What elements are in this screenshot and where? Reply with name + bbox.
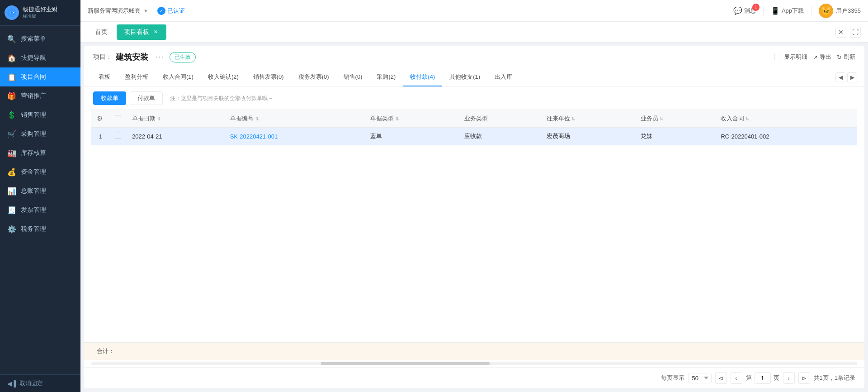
column-settings-icon[interactable]: ⚙ <box>97 115 103 122</box>
topbar-right: 💬 消息 1 📱 App下载 🐱 用户3355 <box>733 4 861 18</box>
sidebar-item-label-quick-nav: 快捷导航 <box>21 54 46 62</box>
topbar: 新服务官网演示账套 ▼ ✓ 已认证 💬 消息 1 📱 App下载 🐱 用户 <box>80 0 868 22</box>
sort-type-icon[interactable]: ⇅ <box>395 116 399 121</box>
invoice-mgmt-icon: 🧾 <box>7 206 16 215</box>
per-page-select[interactable]: 50 10 20 100 <box>688 373 712 383</box>
sidebar-item-project-contract[interactable]: 📋 项目合同 <box>0 67 80 86</box>
refresh-icon: ↻ <box>837 54 842 61</box>
sidebar-item-inventory[interactable]: 🏭 库存核算 <box>0 143 80 163</box>
subtab-other-expenses[interactable]: 其他收支(1) <box>442 68 487 86</box>
subtab-receipt[interactable]: 收付款(4) <box>403 68 442 86</box>
message-badge: 1 <box>752 4 760 11</box>
message-button[interactable]: 💬 消息 1 <box>733 6 756 15</box>
maximize-window-button[interactable]: ⛶ <box>850 27 861 38</box>
sidebar-item-label-inventory: 库存核算 <box>21 149 46 157</box>
sort-date-icon[interactable]: ⇅ <box>157 116 160 121</box>
sidebar-menu: 🔍 搜索菜单 🏠 快捷导航 📋 项目合同 🎁 营销推广 💲 销售管理 🛒 采购管… <box>0 26 80 374</box>
row-number: SK-20220421-001 <box>225 128 365 145</box>
sidebar-header: 畅捷通好业财 标准版 <box>0 0 80 26</box>
row-checkbox-0[interactable] <box>115 133 121 139</box>
page-input[interactable] <box>755 372 771 384</box>
refresh-button[interactable]: ↻ 刷新 <box>837 53 855 61</box>
col-income-contract: 收入合同⇅ <box>715 110 857 128</box>
sidebar-item-ledger[interactable]: 📊 总账管理 <box>0 182 80 201</box>
page-suffix: 页 <box>774 374 779 382</box>
col-partner: 往来单位⇅ <box>541 110 635 128</box>
subtab-nav: ◀ ▶ <box>835 72 857 82</box>
tax-mgmt-icon: ⚙️ <box>7 225 16 234</box>
col-date: 单据日期⇅ <box>127 110 225 128</box>
col-settings: ⚙ <box>91 110 109 128</box>
refresh-label: 刷新 <box>844 53 855 61</box>
sort-salesperson-icon[interactable]: ⇅ <box>660 116 663 121</box>
export-button[interactable]: ↗ 导出 <box>813 53 831 61</box>
pagination: 每页显示 50 10 20 100 ⊲ ‹ 第 页 › ⊳ 共1页，1条记录 <box>84 367 864 388</box>
tabbar: 首页 项目看板 ✕ ✕ ⛶ <box>80 22 868 43</box>
project-status-badge: 已生效 <box>170 52 196 62</box>
subtab-profit-analysis[interactable]: 盈利分析 <box>118 68 156 86</box>
subtab-in-out-storage[interactable]: 出入库 <box>487 68 519 86</box>
scrollbar-thumb[interactable] <box>321 362 490 365</box>
first-page-button[interactable]: ⊲ <box>715 372 727 384</box>
tab-close-icon[interactable]: ✕ <box>152 29 159 36</box>
sidebar-item-tax-mgmt[interactable]: ⚙️ 税务管理 <box>0 220 80 239</box>
sidebar-item-marketing[interactable]: 🎁 营销推广 <box>0 86 80 105</box>
export-icon: ↗ <box>813 54 818 61</box>
sort-number-icon[interactable]: ⇅ <box>255 116 259 121</box>
next-page-button[interactable]: › <box>783 372 795 384</box>
col-number: 单据编号⇅ <box>225 110 365 128</box>
app-download-button[interactable]: 📱 App下载 <box>771 6 804 15</box>
sidebar-item-sales-mgmt[interactable]: 💲 销售管理 <box>0 105 80 124</box>
marketing-icon: 🎁 <box>7 91 16 100</box>
app-logo <box>5 5 19 20</box>
total-info: 共1页，1条记录 <box>814 374 855 382</box>
detail-checkbox[interactable] <box>774 54 780 60</box>
receipt-bill-tab[interactable]: 收款单 <box>93 91 126 105</box>
subtabs: 看板 盈利分析 收入合同(1) 收入确认(2) 销售发票(0) 税务发票(0) … <box>84 68 864 87</box>
subtab-prev-button[interactable]: ◀ <box>835 72 845 82</box>
account-selector[interactable]: 新服务官网演示账套 ▼ <box>88 7 148 15</box>
quick-nav-icon: 🏠 <box>7 53 16 62</box>
sort-contract-icon[interactable]: ⇅ <box>745 116 749 121</box>
sort-partner-icon[interactable]: ⇅ <box>571 116 575 121</box>
subtab-tax-invoice[interactable]: 税务发票(0) <box>291 68 336 86</box>
app-download-label: App下载 <box>782 7 804 15</box>
sidebar-item-quick-nav[interactable]: 🏠 快捷导航 <box>0 48 80 67</box>
sidebar-item-finance[interactable]: 💰 资金管理 <box>0 163 80 182</box>
subtab-income-contract[interactable]: 收入合同(1) <box>156 68 201 86</box>
subtab-income-confirm[interactable]: 收入确认(2) <box>201 68 246 86</box>
sidebar-item-purchase-mgmt[interactable]: 🛒 采购管理 <box>0 124 80 143</box>
row-date: 2022-04-21 <box>127 128 225 145</box>
export-label: 导出 <box>820 53 831 61</box>
select-all-checkbox[interactable] <box>115 115 121 121</box>
divider <box>763 6 764 15</box>
finance-icon: 💰 <box>7 167 16 177</box>
row-biz-type: 应收款 <box>459 128 541 145</box>
table-row[interactable]: 1 2022-04-21 SK-20220421-001 蓝单 应收款 宏茂商场… <box>91 128 857 145</box>
subtab-purchase[interactable]: 采购(2) <box>369 68 403 86</box>
tab-controls: ✕ ⛶ <box>835 27 861 38</box>
row-salesperson: 龙妹 <box>635 128 715 145</box>
row-number-link[interactable]: SK-20220421-001 <box>230 133 278 140</box>
total-row: 合计： <box>84 342 864 360</box>
sidebar-item-search[interactable]: 🔍 搜索菜单 <box>0 29 80 48</box>
sidebar-item-invoice-mgmt[interactable]: 🧾 发票管理 <box>0 201 80 220</box>
horizontal-scrollbar[interactable] <box>84 360 864 367</box>
row-index: 1 <box>91 128 109 145</box>
account-name: 新服务官网演示账套 <box>88 7 141 15</box>
close-window-button[interactable]: ✕ <box>835 27 846 38</box>
sidebar-item-label-marketing: 营销推广 <box>21 92 46 100</box>
last-page-button[interactable]: ⊳ <box>798 372 810 384</box>
subtab-kanban[interactable]: 看板 <box>91 68 118 86</box>
tab-project-board[interactable]: 项目看板 ✕ <box>117 24 166 40</box>
more-actions-button[interactable]: ··· <box>156 53 164 61</box>
prev-page-button[interactable]: ‹ <box>731 372 742 384</box>
subtab-sales[interactable]: 销售(0) <box>336 68 370 86</box>
user-menu-button[interactable]: 🐱 用户3355 <box>819 4 861 18</box>
tab-home[interactable]: 首页 <box>88 24 115 40</box>
show-detail-button[interactable]: 显示明细 <box>774 53 807 61</box>
payment-bill-tab[interactable]: 付款单 <box>130 91 163 105</box>
subtab-sales-invoice[interactable]: 销售发票(0) <box>246 68 291 86</box>
sidebar-unpin-button[interactable]: ◀▐ 取消固定 <box>0 374 80 392</box>
subtab-next-button[interactable]: ▶ <box>847 72 857 82</box>
